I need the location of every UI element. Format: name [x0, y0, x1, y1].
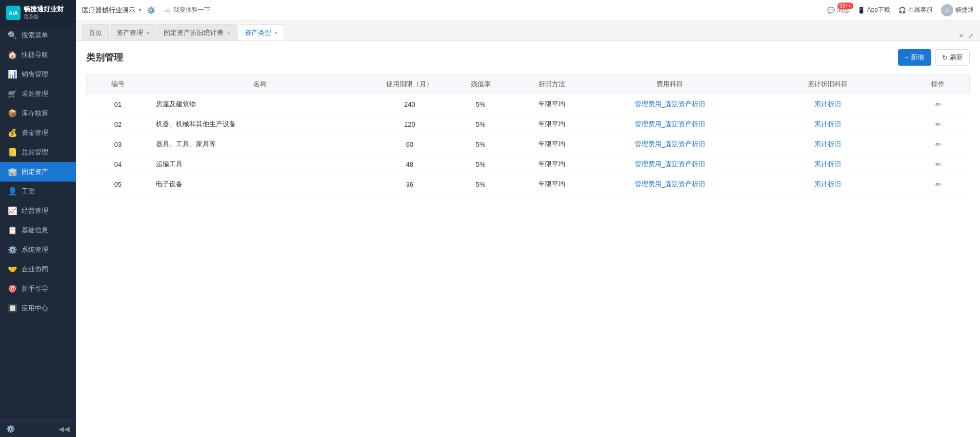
tab-home-label: 首页 — [89, 28, 102, 37]
sidebar-label-guide: 新手引导 — [22, 284, 48, 293]
table-row: 03 器具、工具、家具等 60 5% 年限平均 管理费用_固定资产折旧 累计折旧… — [87, 134, 970, 154]
tab-category-close[interactable]: × — [274, 30, 277, 36]
payroll-icon: 👤 — [7, 187, 17, 196]
cell-code: 04 — [87, 154, 150, 174]
sidebar-label-quicknav: 快捷导航 — [22, 50, 48, 59]
app-download-label: App下载 — [867, 6, 890, 14]
cell-action: ✏ — [907, 94, 970, 114]
sales-icon: 📊 — [7, 70, 17, 79]
tab-category[interactable]: 资产类型 × — [238, 24, 284, 41]
sidebar-item-quicknav[interactable]: 🏠 快捷导航 — [0, 45, 76, 65]
settings-footer-icon[interactable]: ⚙️ — [6, 425, 15, 433]
table-body: 01 房屋及建筑物 240 5% 年限平均 管理费用_固定资产折旧 累计折旧 ✏… — [87, 94, 970, 194]
purchase-icon: 🛒 — [7, 89, 17, 98]
edit-button[interactable]: ✏ — [935, 121, 941, 128]
cell-accum: 累计折旧 — [749, 174, 907, 194]
sidebar-item-finance[interactable]: 💰 资金管理 — [0, 123, 76, 143]
cell-code: 03 — [87, 134, 150, 154]
finance-icon: 💰 — [7, 128, 17, 137]
tab-assets-close[interactable]: × — [146, 30, 149, 36]
cell-method: 年限平均 — [512, 94, 591, 114]
cloud-icon: ☁️ — [164, 7, 171, 14]
cell-period: 240 — [370, 94, 449, 114]
sidebar-item-coop[interactable]: 🤝 企业协同 — [0, 260, 76, 279]
col-header-accum: 累计折旧科目 — [749, 74, 907, 94]
cell-action: ✏ — [907, 174, 970, 194]
tab-depreciation[interactable]: 固定资产折旧统计表 × — [157, 24, 236, 41]
headset-icon: 🎧 — [898, 7, 906, 14]
cell-name: 运输工具 — [150, 154, 371, 174]
tabbar: 首页 资产管理 × 固定资产折旧统计表 × 资产类型 × × ⤢ — [76, 21, 980, 41]
company-chevron-icon: ▼ — [137, 7, 143, 13]
sidebar-item-operation[interactable]: 📈 经营管理 — [0, 201, 76, 221]
tab-depreciation-close[interactable]: × — [227, 30, 230, 36]
tab-home[interactable]: 首页 — [82, 24, 109, 41]
service-label: 在线客服 — [908, 6, 933, 14]
tab-assets[interactable]: 资产管理 × — [110, 24, 156, 41]
col-header-residual: 残值率 — [449, 74, 512, 94]
sidebar-item-purchase[interactable]: 🛒 采购管理 — [0, 84, 76, 104]
sidebar-item-ledger[interactable]: 📒 总账管理 — [0, 143, 76, 162]
sidebar-item-payroll[interactable]: 👤 工资 — [0, 182, 76, 201]
cell-residual: 5% — [449, 174, 512, 194]
sidebar-item-basic[interactable]: 📋 基础信息 — [0, 221, 76, 240]
company-name: 医疗器械行业演示 — [82, 6, 135, 15]
user-area[interactable]: 人 畅捷通 — [941, 4, 974, 16]
main-area: 医疗器械行业演示 ▼ ⚙️ ☁️ 我要体验一下 💬 消息 99+ 📱 App下载… — [76, 0, 980, 437]
topbar: 医疗器械行业演示 ▼ ⚙️ ☁️ 我要体验一下 💬 消息 99+ 📱 App下载… — [76, 0, 980, 21]
cell-method: 年限平均 — [512, 154, 591, 174]
sidebar-item-system[interactable]: ⚙️ 系统管理 — [0, 240, 76, 260]
edit-button[interactable]: ✏ — [935, 181, 941, 188]
tab-category-label: 资产类型 — [245, 28, 271, 37]
window-controls: × ⤢ — [959, 31, 974, 41]
sidebar-item-inventory[interactable]: 📦 库存核算 — [0, 104, 76, 123]
sidebar-item-sales[interactable]: 📊 销售管理 — [0, 65, 76, 84]
cell-period: 36 — [370, 174, 449, 194]
new-button[interactable]: + 新增 — [898, 49, 931, 66]
inventory-icon: 📦 — [7, 109, 17, 118]
sidebar-item-guide[interactable]: 🎯 新手引导 — [0, 279, 76, 299]
sidebar-label-sales: 销售管理 — [22, 70, 48, 79]
message-button[interactable]: 💬 消息 99+ — [827, 6, 849, 14]
cell-residual: 5% — [449, 114, 512, 134]
app-download-button[interactable]: 📱 App下载 — [857, 6, 890, 14]
category-table: 编号 名称 使用期限（月） 残值率 折旧方法 费用科目 累计折旧科目 操作 01… — [86, 74, 970, 194]
cell-residual: 5% — [449, 94, 512, 114]
message-icon: 💬 — [827, 7, 835, 14]
app-logo: AtA 畅捷通好业财 普及版 — [0, 0, 76, 26]
edit-button[interactable]: ✏ — [935, 101, 941, 108]
cell-name: 电子设备 — [150, 174, 371, 194]
topbar-right: 💬 消息 99+ 📱 App下载 🎧 在线客服 人 畅捷通 — [827, 4, 974, 16]
sidebar-label-finance: 资金管理 — [22, 128, 48, 137]
table-row: 05 电子设备 36 5% 年限平均 管理费用_固定资产折旧 累计折旧 ✏ — [87, 174, 970, 194]
refresh-button[interactable]: ↻ 刷新 — [935, 49, 970, 66]
cell-code: 05 — [87, 174, 150, 194]
sidebar-footer: ⚙️ ◀◀ — [0, 420, 76, 437]
cell-residual: 5% — [449, 134, 512, 154]
col-header-expense: 费用科目 — [591, 74, 749, 94]
topbar-settings-icon[interactable]: ⚙️ — [147, 6, 155, 14]
minimize-icon[interactable]: × — [959, 31, 964, 41]
experience-button[interactable]: ☁️ 我要体验一下 — [164, 6, 210, 14]
service-button[interactable]: 🎧 在线客服 — [898, 6, 933, 14]
sidebar-label-operation: 经营管理 — [22, 206, 48, 215]
cell-expense: 管理费用_固定资产折旧 — [591, 134, 749, 154]
sidebar: AtA 畅捷通好业财 普及版 🔍 搜索菜单 🏠 快捷导航 📊 销售管理 🛒 采购… — [0, 0, 76, 437]
company-selector[interactable]: 医疗器械行业演示 ▼ — [82, 6, 143, 15]
edit-button[interactable]: ✏ — [935, 161, 941, 168]
cell-method: 年限平均 — [512, 174, 591, 194]
apps-icon: 🔲 — [7, 304, 17, 313]
maximize-icon[interactable]: ⤢ — [968, 32, 974, 40]
col-header-action: 操作 — [907, 74, 970, 94]
user-name: 畅捷通 — [955, 6, 974, 14]
cell-code: 02 — [87, 114, 150, 134]
sidebar-item-fixed[interactable]: 🏢 固定资产 — [0, 162, 76, 182]
sidebar-label-apps: 应用中心 — [22, 304, 48, 313]
coop-icon: 🤝 — [7, 265, 17, 274]
edit-button[interactable]: ✏ — [935, 141, 941, 148]
sidebar-item-apps[interactable]: 🔲 应用中心 — [0, 299, 76, 318]
col-header-method: 折旧方法 — [512, 74, 591, 94]
operation-icon: 📈 — [7, 206, 17, 215]
sidebar-item-search[interactable]: 🔍 搜索菜单 — [0, 26, 76, 45]
collapse-icon[interactable]: ◀◀ — [58, 425, 70, 433]
